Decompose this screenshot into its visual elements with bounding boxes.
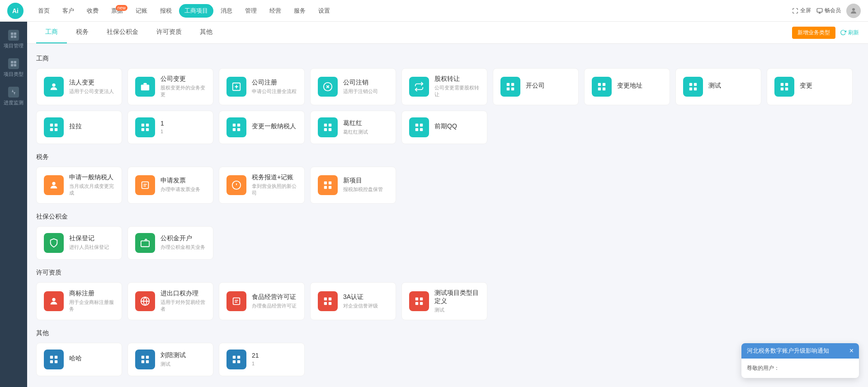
svg-rect-87 — [55, 360, 57, 363]
svg-rect-43 — [146, 124, 149, 126]
card-liu-pei-test[interactable]: 刘陪测试 测试 — [127, 343, 213, 376]
trademark-icon — [44, 291, 64, 311]
fullscreen-button[interactable]: 全屏 — [792, 7, 811, 14]
nav-customers[interactable]: 客户 — [57, 4, 80, 18]
nav-billing[interactable]: 收费 — [81, 4, 104, 18]
svg-rect-47 — [237, 124, 240, 126]
card-company-cancel-desc: 适用于注销公司 — [343, 88, 378, 95]
sub-tab-license[interactable]: 许可资质 — [147, 22, 191, 43]
card-change-taxpayer[interactable]: 变更一般纳税人 — [219, 111, 305, 144]
fund-account-icon — [135, 233, 155, 253]
card-one[interactable]: 1 1 — [127, 111, 213, 144]
svg-rect-57 — [420, 128, 423, 131]
svg-rect-85 — [55, 356, 57, 359]
card-change-address[interactable]: 变更地址 — [584, 68, 670, 105]
nav-services[interactable]: 服务 — [288, 4, 311, 18]
card-3a-cert[interactable]: 3A认证 对企业信誉评级 — [310, 282, 396, 320]
svg-rect-91 — [146, 360, 149, 363]
card-test[interactable]: 测试 — [675, 68, 761, 105]
card-new-project[interactable]: 新项目 报税加税控盘保管 — [310, 167, 396, 204]
sub-tab-actions: 新增业务类型 刷新 — [792, 27, 859, 39]
svg-rect-73 — [233, 298, 240, 304]
sub-tab-tax[interactable]: 税务 — [67, 22, 98, 43]
sub-tab-business[interactable]: 工商 — [36, 22, 67, 43]
notif-close-button[interactable]: × — [849, 347, 854, 355]
svg-rect-22 — [507, 83, 509, 86]
card-social-register[interactable]: 社保登记 进行人员社保登记 — [36, 226, 122, 260]
svg-rect-36 — [781, 88, 783, 90]
svg-rect-11 — [14, 64, 16, 66]
nav-tickets[interactable]: 票据 new — [106, 4, 128, 18]
lala-icon — [44, 117, 64, 137]
svg-rect-49 — [237, 128, 240, 131]
nav-tax[interactable]: 报税 — [155, 4, 177, 18]
nav-home[interactable]: 首页 — [33, 4, 55, 18]
project-type-icon — [8, 58, 19, 69]
ge-honghong-icon — [318, 117, 338, 137]
card-food-license[interactable]: 食品经营许可证 办理食品经营许可证 — [219, 282, 305, 320]
card-change-title: 变更 — [800, 82, 812, 90]
card-equity-transfer[interactable]: 股权转让 公司变更需要股权转让 — [401, 68, 487, 105]
card-twenty-one[interactable]: 21 1 — [219, 343, 305, 376]
card-fund-account-title: 公积金开户 — [160, 234, 205, 242]
refresh-button[interactable]: 刷新 — [840, 29, 859, 37]
card-trademark-title: 商标注册 — [69, 289, 114, 298]
svg-rect-29 — [603, 88, 605, 90]
svg-rect-52 — [324, 128, 327, 131]
card-apply-invoice[interactable]: 申请发票 办理申请发票业务 — [127, 167, 213, 204]
sub-tab-other[interactable]: 其他 — [191, 22, 222, 43]
nav-messages[interactable]: 消息 — [215, 4, 238, 18]
user-avatar[interactable] — [846, 4, 861, 18]
card-lala[interactable]: 拉拉 — [36, 111, 122, 144]
card-trademark-desc: 用于企业商标注册服务 — [69, 299, 114, 313]
svg-rect-77 — [329, 298, 331, 300]
card-company-change[interactable]: 公司变更 股权变更外的业务变更 — [127, 68, 213, 105]
card-apply-taxpayer[interactable]: 申请一般纳税人 当月或次月成变更完成 — [36, 167, 122, 204]
card-change[interactable]: 变更 — [767, 68, 853, 105]
svg-rect-42 — [142, 124, 144, 126]
nav-management[interactable]: 管理 — [240, 4, 262, 18]
nav-business[interactable]: 工商项目 — [179, 4, 213, 18]
card-ge-honghong-desc: 葛红红测试 — [343, 129, 368, 135]
card-import-export[interactable]: 进出口权办理 适用于对外贸易经营者 — [127, 282, 213, 320]
sidebar-item-progress-monitor[interactable]: 进度监测 — [0, 82, 27, 111]
card-test-type[interactable]: 测试项目类型目定义 测试 — [401, 282, 487, 320]
section-title-social-fund: 社保公积金 — [36, 213, 859, 221]
svg-rect-51 — [329, 124, 331, 126]
svg-rect-46 — [233, 124, 236, 126]
nav-settings[interactable]: 设置 — [313, 4, 335, 18]
svg-point-12 — [52, 84, 55, 87]
svg-rect-48 — [233, 128, 236, 131]
svg-rect-54 — [415, 124, 418, 126]
card-legal-change[interactable]: 法人变更 适用于公司变更法人 — [36, 68, 122, 105]
nav-accounts[interactable]: 记账 — [130, 4, 153, 18]
main-content: 工商 税务 社保公积金 许可资质 其他 新增业务类型 刷新 工商 法人变更 适用… — [27, 22, 868, 387]
svg-rect-37 — [785, 88, 788, 90]
sidebar-item-project-type[interactable]: 项目类型 — [0, 54, 27, 82]
tickets-badge: new — [116, 5, 127, 11]
nav-operations[interactable]: 经营 — [264, 4, 287, 18]
card-food-license-desc: 办理食品经营许可证 — [252, 303, 297, 309]
content-area: 工商 法人变更 适用于公司变更法人 公司变更 股权变更外的业务变更 — [27, 44, 868, 387]
card-one-title: 1 — [160, 120, 164, 127]
card-tax-report-accounts[interactable]: 税务报道+记账 拿到营业执照的新公司 — [219, 167, 305, 204]
card-open-company[interactable]: 开公司 — [493, 68, 579, 105]
sidebar-item-project-manage[interactable]: 项目管理 — [0, 25, 27, 54]
svg-rect-38 — [50, 124, 53, 126]
card-haha[interactable]: 哈哈 — [36, 343, 122, 376]
svg-rect-81 — [420, 298, 423, 300]
card-trademark[interactable]: 商标注册 用于企业商标注册服务 — [36, 282, 122, 320]
new-type-button[interactable]: 新增业务类型 — [792, 27, 835, 39]
card-ge-honghong[interactable]: 葛红红 葛红红测试 — [310, 111, 396, 144]
prev-qq-icon — [409, 117, 429, 137]
svg-rect-0 — [817, 8, 822, 12]
card-prev-qq[interactable]: 前期QQ — [401, 111, 487, 144]
svg-rect-40 — [50, 128, 53, 131]
twenty-one-icon — [226, 350, 246, 369]
member-button[interactable]: 畅会员 — [816, 7, 841, 14]
card-twenty-one-desc: 1 — [252, 360, 259, 367]
card-fund-account[interactable]: 公积金开户 办理公积金相关业务 — [127, 226, 213, 260]
card-company-cancel[interactable]: 公司注销 适用于注销公司 — [310, 68, 396, 105]
sub-tab-social-fund[interactable]: 社保公积金 — [98, 22, 147, 43]
card-company-register[interactable]: 公司注册 申请公司注册全流程 — [219, 68, 305, 105]
